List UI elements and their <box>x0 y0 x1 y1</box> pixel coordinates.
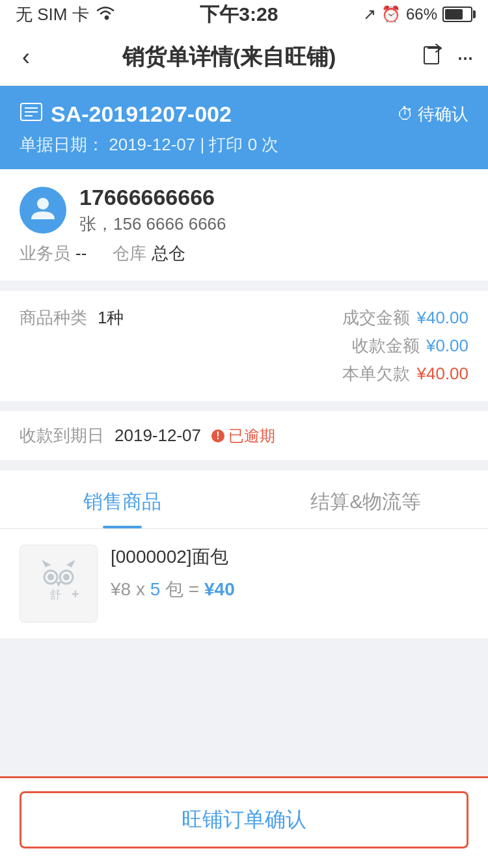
share-icon[interactable] <box>422 43 444 71</box>
order-id-row: SA-20191207-002 <box>20 102 232 127</box>
svg-marker-11 <box>42 560 51 567</box>
order-date-line: 单据日期： 2019-12-07 | 打印 0 次 <box>20 133 468 156</box>
warehouse-label: 仓库 <box>113 242 146 265</box>
date-label: 单据日期： <box>20 135 104 154</box>
user-icon <box>29 193 57 228</box>
product-unit: 包 <box>165 579 183 599</box>
salesperson-item: 业务员 -- <box>20 242 87 265</box>
status-right: ↗ ⏰ 66% <box>363 5 472 23</box>
location-icon: ↗ <box>363 5 376 23</box>
due-amount-row: 本单欠款 ¥40.00 <box>342 362 468 385</box>
wifi-icon <box>96 5 115 25</box>
status-bar: 无 SIM 卡 下午3:28 ↗ ⏰ 66% <box>0 0 488 29</box>
product-type-label: 商品种类 <box>20 306 87 329</box>
order-id-text: SA-20191207-002 <box>51 102 232 127</box>
deal-amount-value: ¥40.00 <box>416 308 468 328</box>
product-unit-price: ¥8 <box>111 579 131 599</box>
svg-rect-0 <box>424 47 439 64</box>
due-amount-value: ¥40.00 <box>416 364 468 384</box>
overdue-badge: ! 已逾期 <box>211 426 275 446</box>
svg-text:+: + <box>72 587 79 601</box>
print-info: | 打印 0 次 <box>200 135 278 154</box>
product-image: + 舒 <box>20 545 98 623</box>
confirm-order-button[interactable]: 旺铺订单确认 <box>20 791 468 848</box>
payment-amount-value: ¥0.00 <box>426 336 468 356</box>
svg-text:舒: 舒 <box>49 588 61 601</box>
payment-amount-label: 收款金额 <box>352 334 420 357</box>
due-date-value: 2019-12-07 <box>115 426 201 446</box>
alarm-icon: ⏰ <box>381 5 401 23</box>
svg-marker-13 <box>56 582 61 587</box>
tab-settlement-label: 结算&物流等 <box>310 491 421 512</box>
svg-point-9 <box>47 574 54 580</box>
customer-info: 17666666666 张，156 6666 6666 <box>79 185 226 236</box>
customer-phone: 17666666666 <box>79 185 226 210</box>
tabs-bar: 销售商品 结算&物流等 <box>0 470 488 529</box>
due-date-section: 收款到期日 2019-12-07 ! 已逾期 <box>0 411 488 460</box>
tab-settlement[interactable]: 结算&物流等 <box>244 470 488 528</box>
more-icon[interactable]: ··· <box>457 44 472 71</box>
product-item: + 舒 [0000002]面包 ¥8 x 5 包 = ¥40 <box>0 529 488 638</box>
product-name: [0000002]面包 <box>111 545 468 569</box>
order-status-badge: ⏱ 待确认 <box>397 103 468 126</box>
summary-section: 商品种类 1种 成交金额 ¥40.00 收款金额 ¥0.00 本单欠款 ¥40.… <box>0 291 488 401</box>
back-button[interactable]: ‹ <box>16 37 36 77</box>
customer-details: 业务员 -- 仓库 总仓 <box>20 242 468 265</box>
deal-amount-row: 成交金额 ¥40.00 <box>342 306 468 329</box>
product-price-row: ¥8 x 5 包 = ¥40 <box>111 577 468 602</box>
svg-point-10 <box>63 574 70 580</box>
order-header: SA-20191207-002 ⏱ 待确认 单据日期： 2019-12-07 |… <box>0 86 488 169</box>
customer-top: 17666666666 张，156 6666 6666 <box>20 185 468 236</box>
payment-amount-row: 收款金额 ¥0.00 <box>352 334 468 357</box>
amount-summary: 成交金额 ¥40.00 收款金额 ¥0.00 本单欠款 ¥40.00 <box>342 306 468 385</box>
nav-title: 销货单详情(来自旺铺) <box>122 42 336 72</box>
product-type: 商品种类 1种 <box>20 306 124 329</box>
product-total: ¥40 <box>204 579 235 599</box>
nav-right-actions: ··· <box>422 43 472 71</box>
status-left: 无 SIM 卡 <box>16 3 115 26</box>
due-date-label: 收款到期日 <box>20 424 104 447</box>
warehouse-item: 仓库 总仓 <box>113 242 185 265</box>
status-text: 待确认 <box>418 103 468 126</box>
product-info: [0000002]面包 ¥8 x 5 包 = ¥40 <box>111 545 468 602</box>
tabs-section: 销售商品 结算&物流等 + <box>0 470 488 821</box>
customer-sub: 张，156 6666 6666 <box>79 213 226 236</box>
product-qty: 5 <box>150 579 161 599</box>
multiply-sign: x <box>136 579 150 599</box>
order-icon <box>20 102 43 127</box>
carrier-label: 无 SIM 卡 <box>16 3 89 26</box>
summary-row: 商品种类 1种 成交金额 ¥40.00 收款金额 ¥0.00 本单欠款 ¥40.… <box>20 306 468 385</box>
product-logo: + 舒 <box>33 554 85 612</box>
salesperson-value: -- <box>75 243 87 264</box>
avatar <box>20 187 66 234</box>
overdue-text: 已逾期 <box>228 426 275 446</box>
equals-sign: = <box>189 579 204 599</box>
svg-point-6 <box>37 198 49 210</box>
customer-section: 17666666666 张，156 6666 6666 业务员 -- 仓库 总仓 <box>0 169 488 280</box>
overdue-warning-icon: ! <box>211 429 224 442</box>
nav-bar: ‹ 销货单详情(来自旺铺) ··· <box>0 29 488 86</box>
tab-sales-products[interactable]: 销售商品 <box>0 470 244 528</box>
status-time: 下午3:28 <box>200 1 278 28</box>
order-date: 2019-12-07 <box>109 135 195 154</box>
tab-sales-label: 销售商品 <box>83 491 161 512</box>
due-amount-label: 本单欠款 <box>342 362 410 385</box>
battery-icon <box>442 7 472 22</box>
product-type-value: 1种 <box>98 306 124 329</box>
deal-amount-label: 成交金额 <box>342 306 410 329</box>
battery-percent: 66% <box>406 5 437 23</box>
status-clock-icon: ⏱ <box>397 104 414 124</box>
salesperson-label: 业务员 <box>20 242 70 265</box>
warehouse-value: 总仓 <box>152 242 185 265</box>
confirm-btn-container: 旺铺订单确认 <box>0 776 488 868</box>
svg-marker-12 <box>66 560 75 567</box>
